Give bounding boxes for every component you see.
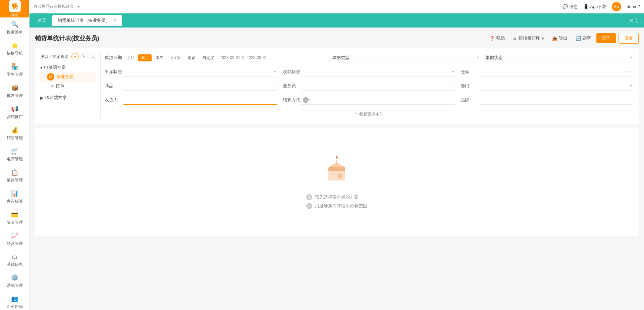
collapse-more-btn[interactable]: ⌃ 收起更多条件	[105, 109, 633, 119]
topbar-right: 💬 消息 📱 App下载 Ea demo2	[562, 2, 640, 11]
filter-label-out-status: 出库状态	[105, 69, 123, 75]
goods-input[interactable]: ···	[123, 81, 277, 91]
doc-type-arrow-icon: ▾	[477, 56, 479, 59]
chevron-right-icon: ▶	[40, 95, 44, 100]
settlement-arrow-icon: ▾	[308, 98, 310, 102]
message-button[interactable]: 💬 消息	[562, 4, 578, 10]
brand-input[interactable]: ···	[479, 95, 633, 105]
user-label[interactable]: demo2	[627, 4, 640, 9]
refresh-label: 刷新	[582, 35, 591, 41]
settlement-input[interactable]: ✕ ▾	[302, 95, 455, 105]
avatar[interactable]: Ea	[612, 2, 621, 11]
print-button[interactable]: 🖨 按模板打印 ▾	[510, 34, 547, 43]
filter-sidebar-header: 按以下方案查询 + ✎ «	[40, 53, 96, 60]
plan-item-by-staff[interactable]: 按 按业务员	[40, 72, 96, 82]
tabbar: 首页 销货单统计表（按业务员） ✕ ✕ ⛶	[30, 13, 644, 28]
filter-layout: 按以下方案查询 + ✎ « ▾ 电脑端方案 按	[40, 53, 633, 119]
sidebar-item-retail[interactable]: 🏪 零售管理	[0, 60, 30, 81]
filter-field-doc-status: 单据状态 ▾	[485, 53, 633, 62]
help-button[interactable]: ❓ 帮助	[487, 34, 507, 43]
out-status-input[interactable]: ▾	[123, 67, 277, 76]
logo-subtext: 标版	[11, 13, 18, 17]
filter-label-doc-status: 单据状态	[485, 55, 504, 61]
tab-sales-stat[interactable]: 销货单统计表（按业务员） ✕	[52, 15, 122, 26]
settlement-clear-icon[interactable]: ✕	[303, 97, 308, 103]
sidebar-item-search[interactable]: 🔍 搜索菜单	[0, 17, 30, 39]
collapse-chevron-icon: ⌃	[355, 112, 358, 117]
tab-maximize-icon[interactable]: ⛶	[636, 17, 641, 23]
filter-row-3: 商品 ··· 业务员 ···	[105, 81, 633, 91]
filter-sidebar-title: 按以下方案查询	[40, 54, 68, 60]
refresh-button[interactable]: 🔄 刷新	[573, 34, 594, 43]
search-icon: 🔍	[11, 21, 18, 28]
corp-icon: 👥	[11, 295, 18, 303]
date-btn-last7[interactable]: 近7天	[168, 54, 183, 61]
filter-panel: 按以下方案查询 + ✎ « ▾ 电脑端方案 按	[35, 48, 639, 124]
setting-button[interactable]: 设置	[619, 33, 639, 44]
date-btn-custom[interactable]: 自定义	[200, 54, 217, 61]
date-btn-this-year[interactable]: 本年	[153, 54, 166, 61]
date-btn-this-month[interactable]: 本月	[138, 54, 152, 61]
app-download-button[interactable]: 📱 App下载	[583, 4, 606, 10]
sales-icon: 💰	[11, 126, 18, 134]
print-icon: 🖨	[513, 36, 517, 41]
tab-close-window-icon[interactable]: ✕	[629, 17, 633, 24]
collection-status-input[interactable]: ▾	[302, 67, 455, 76]
star-icon: ⭐	[11, 42, 18, 49]
dept-input[interactable]: ▾	[479, 81, 633, 91]
filter-field-dept: 部门 ▾	[461, 81, 633, 91]
empty-tips: 1 请先选择要分析的方案 2 用过滤条件来缩小分析范围	[306, 194, 367, 209]
filter-field-out-status: 出库状态 ▾	[105, 67, 277, 76]
page-title: 销货单统计表(按业务员)	[35, 34, 487, 42]
query-button[interactable]: 查询	[596, 33, 616, 43]
topbar-title: 办公用品行业模拟账套	[34, 4, 74, 9]
filter-field-brand: 品牌 ···	[461, 95, 633, 105]
print-label: 按模板打印	[519, 35, 540, 41]
plan-group-mobile-header[interactable]: ▶ 移动端方案	[40, 93, 96, 102]
filter-label-collection-status: 收款状态	[283, 69, 302, 75]
inventory-icon: 📊	[11, 190, 18, 197]
sidebar-item-sales[interactable]: 💰 销售管理	[0, 123, 30, 144]
filter-label-brand: 品牌	[461, 97, 479, 103]
warehouse-input[interactable]: ···	[479, 67, 633, 76]
date-btn-more[interactable]: 更多	[185, 54, 198, 61]
doc-status-input[interactable]: ▾	[504, 53, 633, 62]
doc-type-input[interactable]: ▾	[351, 53, 480, 62]
tab-home[interactable]: 首页	[32, 15, 52, 26]
sidebar-label-sales: 销售管理	[7, 135, 23, 141]
filter-row-1: 单据日期 上月 本月 本年 近7天 更多 自定义 2023-03-01 至 20…	[105, 53, 633, 62]
download-icon: 📱	[583, 4, 589, 9]
sidebar-label-corp: 企业协同	[7, 304, 23, 310]
filter-form: 单据日期 上月 本月 本年 近7天 更多 自定义 2023-03-01 至 20…	[105, 53, 633, 119]
sidebar-item-operation[interactable]: 📈 经营管理	[0, 229, 30, 250]
staff-input[interactable]: ···	[302, 81, 455, 91]
sidebar-item-inventory[interactable]: 📊 库存核算	[0, 187, 30, 208]
filter-label-receiver: 收货人	[105, 97, 123, 103]
sidebar-item-system[interactable]: ⚙️ 系统管理	[0, 271, 30, 292]
sidebar-item-purchase[interactable]: 📋 采购管理	[0, 165, 30, 187]
sidebar-item-corp[interactable]: 👥 企业协同	[0, 292, 30, 310]
sidebar-item-ecommerce[interactable]: 🛒 电商管理	[0, 144, 30, 165]
sidebar-item-finance[interactable]: 💳 资金管理	[0, 208, 30, 229]
sidebar-item-basic[interactable]: 🗂 基础信息	[0, 250, 30, 271]
sidebar-item-wholesale[interactable]: 📦 批发管理	[0, 81, 30, 102]
plan-group-desktop-header[interactable]: ▾ 电脑端方案	[40, 63, 96, 72]
app-logo[interactable]: 畅 标版	[0, 0, 30, 17]
export-button[interactable]: 📤 导出	[549, 34, 570, 43]
filter-field-collection-status: 收款状态 ▾	[283, 67, 455, 76]
sidebar-item-marketing[interactable]: 📢 营销推广	[0, 102, 30, 123]
tab-close-icon[interactable]: ✕	[113, 18, 117, 23]
wholesale-icon: 📦	[11, 84, 18, 92]
sidebar-label-finance: 资金管理	[7, 220, 23, 225]
date-btn-last-month[interactable]: 上月	[123, 54, 137, 61]
sidebar-item-quick-nav[interactable]: ⭐ 快捷导航	[0, 39, 30, 60]
plan-sub-item-by-order[interactable]: ≡ 按单	[40, 82, 96, 91]
tabbar-right: ✕ ⛶	[629, 17, 641, 24]
topbar-dropdown-icon[interactable]: ▾	[78, 4, 80, 9]
receiver-input[interactable]: ···	[123, 95, 277, 105]
main-area: 办公用品行业模拟账套 ▾ 💬 消息 📱 App下载 Ea demo2 首页 销货…	[30, 0, 644, 310]
add-plan-button[interactable]: +	[71, 53, 79, 60]
collapse-sidebar-button[interactable]: «	[89, 53, 96, 60]
svg-marker-2	[328, 163, 345, 167]
edit-plan-button[interactable]: ✎	[80, 53, 88, 60]
